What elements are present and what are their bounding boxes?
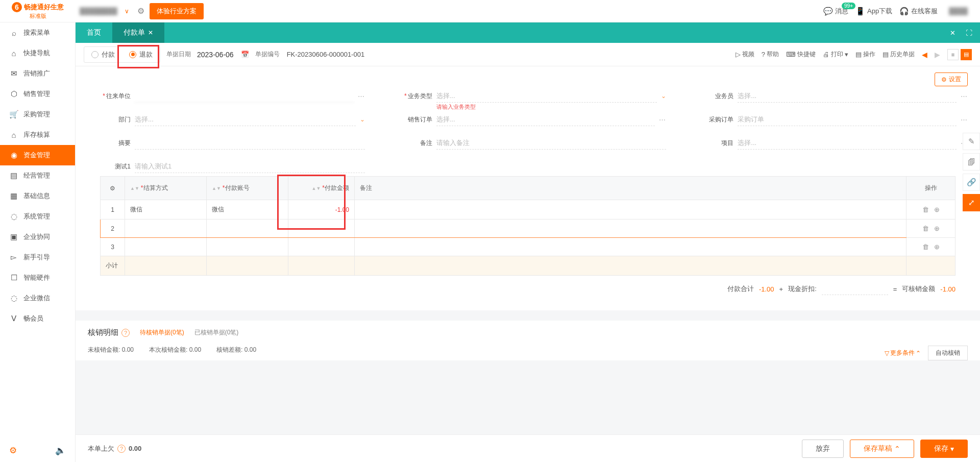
history-link[interactable]: ▤历史单据 xyxy=(883,50,915,59)
sidebar-item-0[interactable]: ⌕搜索菜单 xyxy=(0,22,75,43)
rail-expand-icon[interactable]: ⤢ xyxy=(963,194,980,211)
purchase-order-more-icon[interactable]: ⋯ xyxy=(961,116,968,124)
sidebar-item-3[interactable]: ⬡销售管理 xyxy=(0,84,75,104)
sales-order-more-icon[interactable]: ⋯ xyxy=(659,116,666,124)
operate-link[interactable]: ▤操作 xyxy=(855,50,875,59)
tab-expand-icon[interactable]: ⛶ xyxy=(963,27,975,39)
add-row-icon[interactable]: ⊕ xyxy=(934,243,940,251)
test1-input[interactable] xyxy=(135,160,365,173)
cell-remark[interactable] xyxy=(355,238,906,256)
sidebar-item-1[interactable]: ⌂快捷导航 xyxy=(0,43,75,63)
sidebar-item-9[interactable]: ◌系统管理 xyxy=(0,206,75,227)
vendor-input[interactable] xyxy=(135,89,354,103)
cell-account[interactable]: 微信 xyxy=(207,200,288,220)
sidebar-item-4[interactable]: 🛒采购管理 xyxy=(0,104,75,125)
save-draft-button[interactable]: 保存草稿⌃ xyxy=(850,440,914,458)
help-link[interactable]: ?帮助 xyxy=(762,50,779,59)
sidebar-item-5[interactable]: ⌂库存核算 xyxy=(0,125,75,145)
tab-done[interactable]: 已核销单据(0笔) xyxy=(194,328,239,337)
cell-remark[interactable] xyxy=(355,220,906,238)
clerk-more-icon[interactable]: ⋯ xyxy=(961,92,968,100)
sales-order-input[interactable] xyxy=(436,113,655,126)
tab-payment-bill[interactable]: 付款单 ✕ xyxy=(112,22,164,43)
dept-input[interactable] xyxy=(135,113,356,126)
table-row[interactable]: 3🗑⊕ xyxy=(101,238,955,256)
cell-account[interactable] xyxy=(207,220,288,238)
cell-amount[interactable] xyxy=(288,238,355,256)
next-bill-icon[interactable]: ▶ xyxy=(935,51,940,59)
cell-account[interactable] xyxy=(207,238,288,256)
sidebar-item-7[interactable]: ▤经营管理 xyxy=(0,165,75,186)
delete-row-icon[interactable]: 🗑 xyxy=(922,225,929,232)
prev-bill-icon[interactable]: ◀ xyxy=(922,51,927,59)
th-account[interactable]: ▲▼*付款账号 xyxy=(207,177,288,200)
table-row[interactable]: 1微信微信-1.00🗑⊕ xyxy=(101,200,955,220)
tab-close-all-icon[interactable]: ✕ xyxy=(946,27,959,39)
th-gear[interactable]: ⚙ xyxy=(101,177,125,200)
sidebar-label: 企业微信 xyxy=(23,294,50,303)
print-link[interactable]: 🖨打印▾ xyxy=(823,50,848,59)
messages-link[interactable]: 💬 消息 99+ xyxy=(823,7,848,16)
config-button[interactable]: ⚙设置 xyxy=(935,72,968,86)
summary-input[interactable] xyxy=(135,136,365,150)
cell-method[interactable] xyxy=(125,220,207,238)
sidebar-item-13[interactable]: ◌企业微信 xyxy=(0,288,75,308)
delete-row-icon[interactable]: 🗑 xyxy=(922,206,929,213)
sidebar-item-12[interactable]: ☐智能硬件 xyxy=(0,268,75,288)
biztype-chevron-icon[interactable]: ⌄ xyxy=(661,92,666,100)
video-link[interactable]: ▷视频 xyxy=(736,50,754,59)
th-amount[interactable]: ▲▼*付款金额 xyxy=(288,177,355,200)
bill-date-value[interactable]: 2023-06-06 xyxy=(197,51,234,59)
sidebar-item-10[interactable]: ▣企业协同 xyxy=(0,227,75,247)
view-form-icon[interactable]: ▤ xyxy=(961,49,972,60)
dept-chevron-icon[interactable]: ⌄ xyxy=(360,116,365,123)
org-chevron-icon[interactable]: ∨ xyxy=(125,8,129,15)
trial-button[interactable]: 体验行业方案 xyxy=(150,3,204,19)
abandon-button[interactable]: 放弃 xyxy=(802,440,844,458)
radio-pay[interactable]: 付款 xyxy=(84,47,122,62)
delete-row-icon[interactable]: 🗑 xyxy=(922,243,929,251)
auto-writeoff-button[interactable]: 自动核销 xyxy=(928,346,968,360)
settings-icon[interactable]: ⚙ xyxy=(9,445,17,456)
sidebar-item-8[interactable]: ▦基础信息 xyxy=(0,186,75,206)
shortcut-link[interactable]: ⌨快捷键 xyxy=(786,50,816,59)
help-icon[interactable]: ? xyxy=(117,445,126,453)
sidebar-item-6[interactable]: ◉资金管理 xyxy=(0,145,75,165)
cell-amount[interactable]: -1.00 xyxy=(288,200,355,220)
tab-home[interactable]: 首页 xyxy=(76,22,112,43)
radio-refund[interactable]: 退款 xyxy=(122,47,160,62)
table-row[interactable]: 2🗑⊕ xyxy=(101,220,955,238)
sound-icon[interactable]: 🔈 xyxy=(55,445,66,456)
help-icon[interactable]: ? xyxy=(121,329,130,337)
cell-method[interactable] xyxy=(125,238,207,256)
biztype-input[interactable] xyxy=(436,89,657,103)
add-row-icon[interactable]: ⊕ xyxy=(934,225,940,232)
th-method[interactable]: ▲▼*结算方式 xyxy=(125,177,207,200)
clerk-input[interactable] xyxy=(738,89,957,103)
save-button[interactable]: 保存▾ xyxy=(920,440,968,458)
more-filters-link[interactable]: ▽更多条件⌃ xyxy=(885,349,921,357)
rail-note-icon[interactable]: ✎ xyxy=(963,133,980,150)
cell-amount[interactable] xyxy=(288,220,355,238)
app-download-link[interactable]: 📱 App下载 xyxy=(855,7,892,16)
rail-doc-icon[interactable]: 🗐 xyxy=(963,153,980,171)
sidebar-item-2[interactable]: ✉营销推广 xyxy=(0,63,75,84)
support-link[interactable]: 🎧 在线客服 xyxy=(899,7,938,16)
tab-pending[interactable]: 待核销单据(0笔) xyxy=(140,328,184,337)
tab-close-icon[interactable]: ✕ xyxy=(148,29,153,36)
calendar-icon[interactable]: 📅 xyxy=(241,51,249,58)
view-list-icon[interactable]: ≡ xyxy=(947,49,959,60)
top-gear-icon[interactable]: ⚙ xyxy=(137,6,144,16)
sidebar-item-11[interactable]: ▻新手引导 xyxy=(0,247,75,268)
vendor-more-icon[interactable]: ⋯ xyxy=(358,92,365,100)
add-row-icon[interactable]: ⊕ xyxy=(934,206,940,213)
project-input[interactable] xyxy=(738,136,957,150)
cell-method[interactable]: 微信 xyxy=(125,200,207,220)
purchase-order-input[interactable] xyxy=(738,113,957,126)
remark-input[interactable] xyxy=(436,136,667,150)
cell-remark[interactable] xyxy=(355,200,906,220)
cash-discount-input[interactable] xyxy=(822,283,888,295)
sidebar-item-14[interactable]: Ⅴ畅会员 xyxy=(0,308,75,329)
rail-link-icon[interactable]: 🔗 xyxy=(963,174,980,191)
th-remark[interactable]: 备注 xyxy=(355,177,906,200)
